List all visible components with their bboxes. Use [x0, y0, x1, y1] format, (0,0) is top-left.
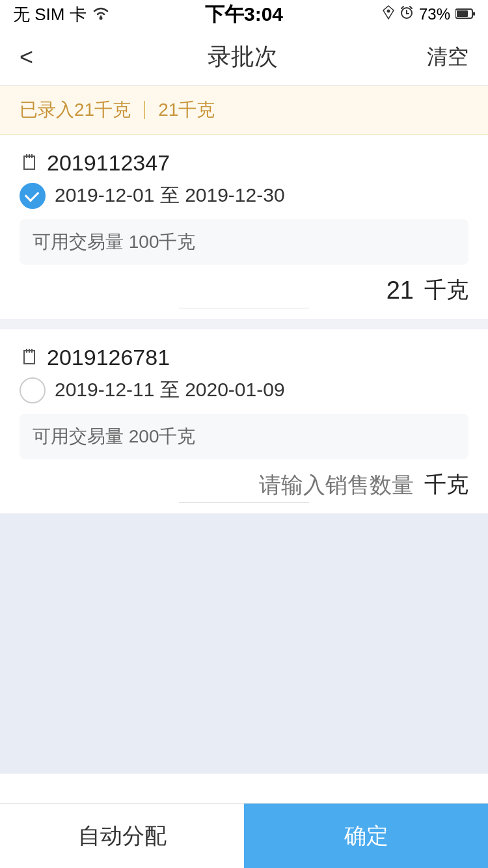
batch-available-2: 可用交易量 200千克 — [20, 414, 468, 459]
empty-area — [0, 513, 488, 774]
info-banner-value: 21千克 — [158, 98, 215, 122]
battery-icon — [455, 5, 475, 23]
status-left: 无 SIM 卡 — [13, 3, 110, 26]
alarm-icon — [400, 5, 414, 23]
battery-percent: 73% — [419, 5, 450, 23]
info-banner-label: 已录入21千克 — [20, 98, 131, 122]
qty-divider-1 — [179, 308, 309, 308]
location-icon — [383, 5, 394, 23]
radio-btn-2[interactable] — [20, 377, 46, 403]
status-time: 下午3:04 — [205, 1, 283, 28]
info-banner: 已录入21千克 21千克 — [0, 86, 488, 135]
batch-id-row-2: 🗒 2019126781 — [20, 345, 468, 370]
batch-doc-icon-1: 🗒 — [20, 151, 40, 175]
batch-date-row-1[interactable]: 2019-12-01 至 2019-12-30 — [20, 182, 468, 209]
batch-id-1: 2019112347 — [47, 150, 170, 176]
status-bar: 无 SIM 卡 下午3:04 — [0, 0, 488, 29]
batch-date-1: 2019-12-01 至 2019-12-30 — [55, 182, 285, 209]
nav-bar: < 录批次 清空 — [0, 29, 488, 86]
svg-point-1 — [386, 10, 390, 13]
page-content: 🗒 2019112347 2019-12-01 至 2019-12-30 可用交… — [0, 135, 488, 839]
radio-btn-1[interactable] — [20, 183, 46, 209]
batch-qty-value-1: 21 — [386, 277, 414, 305]
carrier-text: 无 SIM 卡 — [13, 3, 87, 26]
clear-button[interactable]: 清空 — [427, 43, 468, 72]
batch-qty-unit-1: 千克 — [424, 275, 468, 305]
back-button[interactable]: < — [20, 44, 59, 71]
batch-qty-unit-2: 千克 — [424, 470, 468, 500]
info-banner-divider — [144, 101, 145, 119]
batch-card-1: 🗒 2019112347 2019-12-01 至 2019-12-30 可用交… — [0, 135, 488, 319]
confirm-button[interactable]: 确定 — [244, 804, 488, 868]
svg-rect-6 — [457, 10, 468, 17]
batch-id-row-1: 🗒 2019112347 — [20, 150, 468, 176]
status-right: 73% — [383, 5, 475, 23]
section-divider — [0, 319, 488, 329]
batch-available-1: 可用交易量 100千克 — [20, 219, 468, 265]
batch-qty-input-2[interactable] — [20, 472, 414, 498]
nav-title: 录批次 — [208, 41, 278, 73]
batch-date-2: 2019-12-11 至 2020-01-09 — [55, 377, 285, 403]
batch-date-row-2[interactable]: 2019-12-11 至 2020-01-09 — [20, 377, 468, 403]
auto-distribute-button[interactable]: 自动分配 — [0, 804, 244, 868]
qty-row-1: 21 千克 — [0, 265, 488, 308]
batch-doc-icon-2: 🗒 — [20, 346, 40, 370]
qty-row-2: 千克 — [0, 459, 488, 502]
svg-rect-7 — [473, 12, 475, 16]
batch-card-2: 🗒 2019126781 2019-12-11 至 2020-01-09 可用交… — [0, 329, 488, 513]
qty-divider-2 — [179, 502, 309, 503]
bottom-bar: 自动分配 确定 — [0, 803, 488, 868]
batch-id-2: 2019126781 — [47, 345, 170, 370]
wifi-icon — [92, 5, 110, 25]
svg-point-0 — [99, 16, 102, 20]
